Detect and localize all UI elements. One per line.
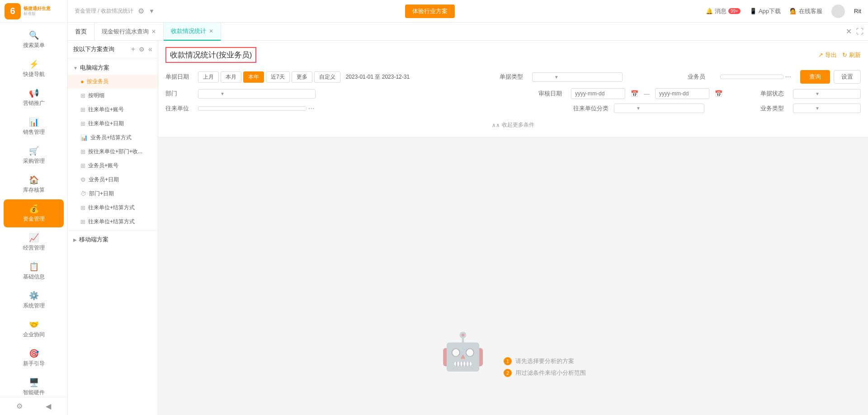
page-title: 收款情况统计(按业务员) bbox=[165, 47, 256, 63]
review-date-to[interactable] bbox=[655, 88, 709, 99]
scheme-label: 按业务员 bbox=[87, 78, 108, 85]
counterpart-ellipsis[interactable]: ··· bbox=[308, 104, 314, 113]
tab-receipt[interactable]: 收款情况统计 ✕ bbox=[164, 23, 221, 41]
sidebar-item-quicknav[interactable]: ⚡ 快捷导航 bbox=[4, 55, 64, 83]
sidebar-item-operation[interactable]: 📈 经营管理 bbox=[4, 228, 64, 256]
voucher-status-select[interactable]: ▼ bbox=[793, 89, 861, 99]
sidebar-collapse-btn[interactable]: ◀ bbox=[46, 402, 51, 410]
user-name[interactable]: Rit bbox=[854, 8, 861, 14]
scheme-by-unit-dept[interactable]: ⊞ 按往来单位+部门+收... bbox=[68, 145, 158, 159]
scheme-by-detail[interactable]: ⊞ 按明细 bbox=[68, 89, 158, 103]
panel-collapse-btn[interactable]: « bbox=[148, 45, 152, 53]
notification-badge: 99+ bbox=[728, 8, 741, 14]
unit-settle2-icon: ⊞ bbox=[80, 218, 85, 225]
counterpart-select[interactable] bbox=[198, 106, 307, 111]
topbar-gear-icon[interactable]: ⚙ bbox=[138, 7, 144, 15]
collapse-bar[interactable]: ∧∧ 收起更多条件 bbox=[165, 118, 861, 132]
scheme-by-salesman-account[interactable]: ⊞ 业务员+账号 bbox=[68, 159, 158, 173]
app-download-btn[interactable]: 📱 App下载 bbox=[750, 7, 781, 15]
tab-bank-close[interactable]: ✕ bbox=[151, 28, 156, 35]
review-date-to-calendar[interactable]: 📅 bbox=[715, 90, 722, 97]
scheme-by-dept-date[interactable]: ⏱ 部门+日期 bbox=[68, 187, 158, 201]
voucher-type-select[interactable]: ▼ bbox=[532, 72, 623, 82]
topbar-right: 🔔 消息 99+ 📱 App下载 💁 在线客服 Rit bbox=[706, 5, 861, 18]
logo-area: 畅捷通好生意 标准版 bbox=[0, 0, 67, 23]
scheme-label: 往来单位+账号 bbox=[88, 106, 124, 113]
sidebar-item-search[interactable]: 🔍 搜索菜单 bbox=[4, 26, 64, 54]
scheme-by-unit-account[interactable]: ⊞ 往来单位+账号 bbox=[68, 103, 158, 117]
biz-type-select[interactable]: ▼ bbox=[793, 104, 861, 113]
salesman-account-icon: ⊞ bbox=[80, 162, 85, 169]
user-avatar[interactable] bbox=[831, 5, 845, 18]
date-btn-last-month[interactable]: 上月 bbox=[198, 71, 219, 83]
export-label: 导出 bbox=[825, 51, 837, 59]
tabbar-close-all[interactable]: ✕ bbox=[846, 27, 852, 36]
settings-btn[interactable]: 设置 bbox=[834, 70, 861, 84]
action-buttons: 查询 设置 bbox=[800, 70, 861, 84]
salesman-date-icon: ⚙ bbox=[80, 176, 86, 183]
mobile-parent[interactable]: ▶ 移动端方案 bbox=[68, 233, 158, 246]
salesman-select-area: ··· bbox=[720, 73, 791, 81]
scheme-label: 按往来单位+部门+收... bbox=[88, 148, 142, 156]
sidebar-item-purchase[interactable]: 🛒 采购管理 bbox=[4, 141, 64, 170]
quicknav-icon: ⚡ bbox=[29, 59, 39, 69]
scheme-by-unit-date[interactable]: ⊞ 往来单位+日期 bbox=[68, 117, 158, 131]
tab-home[interactable]: 首页 bbox=[68, 23, 94, 41]
scheme-by-salesman[interactable]: ● 按业务员 bbox=[68, 75, 158, 89]
sidebar-item-label: 基础信息 bbox=[23, 273, 45, 281]
sidebar-item-marketing[interactable]: 📢 营销推广 bbox=[4, 84, 64, 112]
desktop-parent[interactable]: ▼ 电脑端方案 bbox=[68, 61, 158, 75]
dept-label: 部门 bbox=[165, 90, 193, 98]
sidebar-item-guide[interactable]: 🎯 新手引导 bbox=[4, 344, 64, 372]
scheme-label: 往来单位+日期 bbox=[88, 120, 124, 127]
sidebar: 畅捷通好生意 标准版 🔍 搜索菜单 ⚡ 快捷导航 📢 营销推广 📊 销售管理 🛒… bbox=[0, 0, 68, 415]
sidebar-item-fund[interactable]: 💰 资金管理 bbox=[4, 199, 64, 227]
date-buttons: 上月 本月 本年 近7天 更多 自定义 bbox=[198, 71, 340, 83]
query-btn[interactable]: 查询 bbox=[800, 70, 830, 84]
sidebar-item-label: 销售管理 bbox=[23, 128, 45, 136]
scheme-by-salesman-date[interactable]: ⚙ 业务员+日期 bbox=[68, 173, 158, 187]
date-btn-this-month[interactable]: 本月 bbox=[221, 71, 241, 83]
scheme-label: 部门+日期 bbox=[89, 190, 114, 198]
date-btn-custom[interactable]: 自定义 bbox=[314, 71, 340, 83]
sidebar-item-hardware[interactable]: 🖥️ 智能硬件 bbox=[4, 373, 64, 397]
review-date-from[interactable] bbox=[571, 88, 625, 99]
trial-btn[interactable]: 体验行业方案 bbox=[405, 5, 455, 18]
review-date-from-calendar[interactable]: 📅 bbox=[631, 90, 638, 97]
breadcrumb: 资金管理 / 收款情况统计 bbox=[75, 7, 133, 15]
dept-select[interactable]: ▼ bbox=[198, 89, 316, 99]
scheme-label: 按明细 bbox=[88, 92, 104, 99]
salesman-ellipsis[interactable]: ··· bbox=[785, 73, 791, 81]
salesman-select[interactable] bbox=[720, 75, 783, 79]
tabbar: 首页 现金银行流水查询 ✕ 收款情况统计 ✕ ✕ ⛶ bbox=[68, 23, 868, 41]
scheme-by-salesman-settle[interactable]: 📊 业务员+结算方式 bbox=[68, 131, 158, 145]
logo-name: 畅捷通好生意 bbox=[24, 5, 51, 11]
counterpart-cat-select[interactable]: ▼ bbox=[614, 104, 704, 113]
online-service-btn[interactable]: 💁 在线客服 bbox=[790, 7, 822, 15]
mobile-label: 移动端方案 bbox=[79, 236, 108, 244]
notification-area[interactable]: 🔔 消息 99+ bbox=[706, 7, 741, 15]
scheme-by-unit-settle2[interactable]: ⊞ 往来单位+结算方式 bbox=[68, 215, 158, 229]
export-btn[interactable]: ↗ 导出 bbox=[818, 51, 837, 59]
tab-receipt-close[interactable]: ✕ bbox=[209, 28, 213, 34]
sidebar-settings-btn[interactable]: ⚙ bbox=[16, 402, 23, 410]
filter-row-1: 单据日期 上月 本月 本年 近7天 更多 自定义 2023-01-01 至 20… bbox=[165, 70, 861, 84]
add-scheme-btn[interactable]: + bbox=[131, 45, 135, 53]
date-btn-7days[interactable]: 近7天 bbox=[266, 71, 290, 83]
tabbar-expand[interactable]: ⛶ bbox=[856, 28, 863, 36]
logo-text: 畅捷通好生意 标准版 bbox=[24, 5, 51, 17]
sidebar-item-basic[interactable]: 📋 基础信息 bbox=[4, 257, 64, 285]
refresh-btn[interactable]: ↻ 刷新 bbox=[842, 51, 861, 59]
sidebar-item-system[interactable]: ⚙️ 系统管理 bbox=[4, 286, 64, 314]
scheme-by-unit-settle1[interactable]: ⊞ 往来单位+结算方式 bbox=[68, 201, 158, 215]
sidebar-item-sales[interactable]: 📊 销售管理 bbox=[4, 113, 64, 141]
salesman-label: 业务员 bbox=[688, 73, 715, 81]
scheme-settings-btn[interactable]: ⚙ bbox=[139, 46, 145, 53]
step-2-num: 2 bbox=[504, 369, 512, 377]
date-btn-more[interactable]: 更多 bbox=[292, 71, 312, 83]
date-btn-this-year[interactable]: 本年 bbox=[243, 71, 264, 83]
topbar-dropdown-icon[interactable]: ▼ bbox=[149, 8, 155, 14]
sidebar-item-enterprise[interactable]: 🤝 企业协同 bbox=[4, 315, 64, 343]
sidebar-item-warehouse[interactable]: 🏠 库存核算 bbox=[4, 170, 64, 198]
tab-bank[interactable]: 现金银行流水查询 ✕ bbox=[94, 23, 164, 41]
